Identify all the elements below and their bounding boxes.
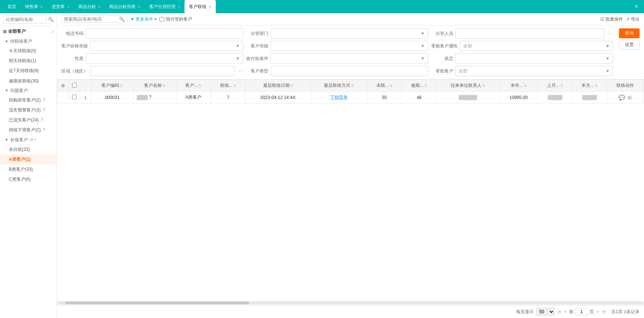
sidebar-item-overdue-contact[interactable]: 逾期未联络(30) [0, 76, 57, 86]
collapse-sidebar-icon[interactable]: ‹ [52, 29, 54, 34]
filter-payment-select[interactable]: ▼ [271, 53, 428, 64]
region-dots-btn[interactable]: ··· [237, 68, 243, 74]
horizontal-scrollbar[interactable] [57, 301, 644, 305]
row-this-month-cell [572, 92, 607, 103]
per-page-select[interactable]: 50 100 200 [536, 308, 555, 316]
sidebar-item-7day-contact[interactable]: 近7天待联络(0) [0, 66, 57, 76]
row-checkbox-cell[interactable] [69, 92, 80, 103]
arrow-value: ▼ [4, 137, 9, 142]
filter-phone-input[interactable] [86, 28, 243, 39]
close-customer-contact-tab[interactable]: × [209, 4, 211, 9]
filter-customer-type-input[interactable] [271, 66, 428, 76]
row-last-method-cell[interactable]: 下销货单 [311, 92, 367, 103]
th-customer-code[interactable]: 客户编码 ⇅ [91, 80, 134, 92]
export-btn[interactable]: ↗ 导出 [626, 16, 640, 22]
group-pending-contact[interactable]: ▼ 待联络客户 [0, 37, 57, 46]
sidebar-search-input[interactable] [3, 15, 47, 24]
filter-status-select[interactable]: ▼ [455, 53, 613, 64]
help-icon-3[interactable]: ? [43, 127, 45, 132]
nav-customer-tier[interactable]: 客户分层经营 × [145, 0, 185, 13]
chat-action-icon[interactable]: 💬 [619, 95, 625, 100]
filter-person-input[interactable] [455, 28, 604, 39]
row-overdue-cell: 48 [402, 92, 436, 103]
th-this-year[interactable]: 本年... ⇅ [500, 80, 538, 92]
group-value-customers[interactable]: ▼ 价值客户 ↺ + [0, 135, 57, 145]
filter-customer-grade-select[interactable]: ▼ [271, 41, 428, 51]
close-analysis-tab[interactable]: × [98, 4, 100, 9]
sidebar-item-class-a[interactable]: A类客户(1) [0, 155, 57, 165]
th-this-month[interactable]: 本月... ⇅ [572, 80, 607, 92]
query-btn[interactable]: 查询 [619, 28, 640, 38]
th-customer-name[interactable]: 客户名称 ⇅ [133, 80, 176, 92]
sidebar-item-churned[interactable]: 已流失客户(24) ? [0, 115, 57, 125]
th-settings[interactable]: ⚙ [57, 80, 69, 92]
row-unit-contact-cell [436, 92, 500, 103]
th-checkbox[interactable] [69, 80, 80, 92]
nav-customer-contact[interactable]: 客户联络 × [185, 0, 215, 13]
sidebar-item-declining[interactable]: 持续下滑客户(2) ? [0, 125, 57, 135]
settings-gear-icon[interactable]: ⚙ [61, 83, 65, 88]
row-code-cell[interactable]: 000031 [91, 92, 134, 103]
sidebar-search-icon[interactable]: 🔍 [48, 17, 54, 22]
filter-dept-select[interactable]: ▼ [271, 28, 428, 39]
help-icon-2[interactable]: ? [41, 117, 43, 123]
add-group-icon[interactable]: + [34, 137, 36, 142]
th-last-contact-date[interactable]: 最后联络日期 ⇅ [246, 80, 311, 92]
all-customers-header[interactable]: ⊞ 全部客户 ‹ [0, 26, 57, 37]
top-nav: 首页 销售单 × 进货单 × 商品分析 × 商品分析列表 × 客户分层经营 × … [0, 0, 644, 13]
next-page-btn[interactable]: > [595, 309, 600, 314]
th-not-contacted[interactable]: 未联... ⇅ [367, 80, 402, 92]
sidebar-item-ungrouped[interactable]: 未分组(32) [0, 145, 57, 155]
sidebar-item-tomorrow-contact[interactable]: 明天待联络(1) [0, 56, 57, 66]
nav-sales[interactable]: 销售单 × [21, 0, 47, 13]
sidebar-item-today-contact[interactable]: 今天待联络(0) [0, 46, 57, 56]
sidebar-item-churn-warning[interactable]: 流失预警客户(3) ? [0, 105, 57, 115]
more-filter-btn[interactable]: ▼ 更多条件 ▾ [130, 16, 157, 22]
qr-action-icon[interactable]: ⊞ [627, 95, 632, 100]
close-customer-tier-tab[interactable]: × [178, 4, 180, 9]
filter-region-input[interactable] [90, 66, 235, 76]
th-overdue[interactable]: 逾期... ⇅ [402, 80, 436, 92]
close-all-tabs[interactable]: × [632, 3, 641, 10]
help-icon-1[interactable]: ? [43, 107, 45, 113]
nav-purchase[interactable]: 进货单 × [47, 0, 74, 13]
sidebar-item-repurchase-anomaly[interactable]: 回购异常客户(2) ? [0, 95, 57, 105]
close-sales-tab[interactable]: × [40, 4, 43, 9]
help-icon-0[interactable]: ? [43, 98, 45, 103]
filter-status-label: 状态 [431, 56, 453, 62]
th-customer-type[interactable]: 客户... ⇅ [176, 80, 211, 92]
filter-nature-select[interactable]: ▼ [86, 53, 243, 64]
row-action-cell: 💬 ⊞ [607, 92, 644, 103]
reload-icon[interactable]: ↺ [29, 137, 33, 142]
first-page-btn[interactable]: |< [557, 309, 562, 314]
th-last-contact-method[interactable]: 最后联络方式 ⇅ [311, 80, 367, 92]
nav-analysis-list[interactable]: 商品分析列表 × [105, 0, 144, 13]
group-problem-customers[interactable]: ▼ 问题客户 [0, 86, 57, 95]
prev-page-btn[interactable]: < [564, 309, 568, 314]
sidebar-item-class-b[interactable]: B类客户(33) [0, 165, 57, 174]
scrollbar-thumb[interactable] [65, 301, 249, 304]
close-analysis-list-tab[interactable]: × [138, 4, 140, 9]
nav-analysis[interactable]: 商品分析 × [74, 0, 105, 13]
th-contact[interactable]: 联络... ⇅ [211, 80, 246, 92]
close-purchase-tab[interactable]: × [67, 4, 69, 9]
my-customer-check[interactable]: 我分管的客户 [160, 16, 192, 22]
filter-price-grade-select[interactable]: ▼ [90, 41, 243, 51]
page-input[interactable] [575, 308, 588, 315]
filter-retail-attr-select[interactable]: 全部 ▼ [460, 41, 613, 51]
batch-op-btn[interactable]: ☑ 批量操作 [600, 16, 623, 22]
th-unit-contact[interactable]: 往来单位联系人 ⇅ [436, 80, 500, 92]
sidebar-item-class-c[interactable]: C类客户(6) [0, 174, 57, 184]
search-btn-icon[interactable]: 🔍 [119, 17, 125, 22]
th-last-month[interactable]: 上月... ⇅ [537, 80, 572, 92]
settings-btn[interactable]: 设置 [619, 40, 640, 50]
select-all-checkbox[interactable] [72, 83, 77, 88]
filter-retail-select[interactable]: 全部 ▼ [455, 66, 613, 76]
person-dots-btn[interactable]: ··· [607, 31, 613, 36]
my-customer-checkbox[interactable] [160, 17, 164, 22]
row-checkbox[interactable] [72, 95, 77, 99]
nav-home[interactable]: 首页 [3, 0, 21, 13]
main-layout: 🔍 ⊞ 全部客户 ‹ ▼ 待联络客户 今天待联络(0) 明天待联络(1) 近7天… [0, 13, 644, 318]
last-page-btn[interactable]: >| [601, 309, 606, 314]
search-input[interactable] [64, 17, 119, 22]
